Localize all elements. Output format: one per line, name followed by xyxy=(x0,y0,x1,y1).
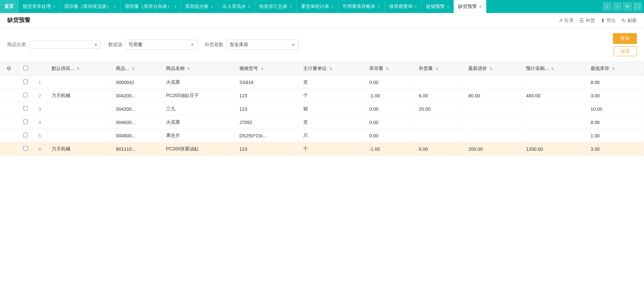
row-unit: 个 xyxy=(299,142,365,156)
export-button[interactable]: ⬆ 导出 xyxy=(601,17,616,24)
restock-sort-icon[interactable]: ⇅ xyxy=(435,67,438,71)
nav-tab-close-icon[interactable]: × xyxy=(53,4,55,9)
nav-tab-label: 要货单统计表 xyxy=(301,3,329,10)
nav-tab-close-icon[interactable]: × xyxy=(479,4,481,9)
nav-tab-tab8[interactable]: 可用量库存账本× xyxy=(338,0,384,13)
row-stock: -1.00 xyxy=(365,142,414,156)
nav-tab-close-icon[interactable]: × xyxy=(378,4,380,9)
row-name: 离合片 xyxy=(161,129,235,142)
row-checkbox-cell[interactable] xyxy=(18,89,32,102)
datasource-value: 可用量 xyxy=(129,41,143,48)
page-header: 缺货预警 ↗ 分享 ☰ 补货 ⬆ 导出 ↻ 刷新 xyxy=(0,13,644,28)
nav-tab-close-icon[interactable]: × xyxy=(211,4,213,9)
row-stock: 0.00 xyxy=(365,102,414,116)
refresh-button[interactable]: ↻ 刷新 xyxy=(622,17,637,24)
row-checkbox[interactable] xyxy=(23,106,28,111)
export-icon: ⬆ xyxy=(601,18,605,23)
row-num: 6 xyxy=(32,142,47,156)
nav-tab-tab1[interactable]: 拣货异常处理× xyxy=(18,0,60,13)
nav-tab-tab3[interactable]: 现存量（库存分布表）× xyxy=(121,0,181,13)
nav-tab-close-icon[interactable]: × xyxy=(248,4,250,9)
nav-prev-btn[interactable]: ‹ xyxy=(603,2,612,11)
nav-tab-close-icon[interactable]: × xyxy=(447,4,449,9)
restock-arrow-icon: ▼ xyxy=(291,43,295,47)
datasource-arrow-icon: ▼ xyxy=(190,43,194,47)
datasource-filter-group: 数据源 可用量 ▼ xyxy=(108,40,197,50)
nav-close-btn[interactable]: ✕ xyxy=(623,2,632,11)
restock-select[interactable]: 安全库存 ▼ xyxy=(226,40,299,50)
datasource-select[interactable]: 可用量 ▼ xyxy=(125,40,197,50)
nav-tab-label: 保质期查询 xyxy=(389,3,413,10)
row-latest-price xyxy=(464,102,522,116)
restock-button[interactable]: ☰ 补货 xyxy=(579,17,595,24)
latest-price-sort-icon[interactable]: ⇅ xyxy=(489,67,492,71)
category-select[interactable]: ▼ xyxy=(29,41,101,49)
restock-filter-group: 补货基数 安全库存 ▼ xyxy=(205,40,299,50)
row-checkbox[interactable] xyxy=(23,79,28,84)
nav-tab-label: 收发存汇总表 xyxy=(259,3,287,10)
code-sort-icon[interactable]: ⇅ xyxy=(132,67,135,71)
nav-tab-tab7[interactable]: 要货单统计表× xyxy=(297,0,338,13)
nav-tab-close-icon[interactable]: × xyxy=(415,4,417,9)
table-body: 1 0000042 火花塞 SS816 支 0.00 8.00 2 力天机械 0… xyxy=(0,76,644,156)
row-est-purchase xyxy=(522,102,586,116)
share-icon: ↗ xyxy=(558,18,563,23)
row-spec: DS250*23c... xyxy=(235,129,299,142)
row-restock xyxy=(414,129,464,142)
row-checkbox-cell[interactable] xyxy=(18,142,32,156)
restock-label: 补货基数 xyxy=(205,41,223,48)
est-purchase-sort-icon[interactable]: ⇅ xyxy=(551,67,554,71)
min-stock-sort-icon[interactable]: ⇅ xyxy=(612,67,615,71)
nav-tab-tab10[interactable]: 超储预警× xyxy=(422,0,454,13)
nav-tab-close-icon[interactable]: × xyxy=(331,4,334,9)
th-latest-price-label: 最新进价 xyxy=(468,66,487,71)
nav-home[interactable]: 首页 xyxy=(0,0,18,13)
nav-tab-label: 现存量（库存分布表） xyxy=(125,3,172,10)
nav-tab-close-icon[interactable]: × xyxy=(290,4,292,9)
row-min-stock: 8.00 xyxy=(586,116,644,129)
nav-tab-tab4[interactable]: 库存批次账× xyxy=(181,0,218,13)
row-checkbox-cell[interactable] xyxy=(18,76,32,89)
select-all-checkbox[interactable] xyxy=(23,66,28,70)
nav-tab-close-icon[interactable]: × xyxy=(113,4,116,9)
row-name: 火花塞 xyxy=(161,116,235,129)
nav-next-btn[interactable]: › xyxy=(613,2,622,11)
filter-area: 商品分类 ▼ 数据源 可用量 ▼ 补货基数 安全库存 ▼ 查询 设置 xyxy=(0,28,644,62)
share-button[interactable]: ↗ 分享 xyxy=(558,17,574,24)
supplier-sort-icon[interactable]: ⇅ xyxy=(77,67,79,71)
spec-sort-icon[interactable]: ⇅ xyxy=(261,67,264,71)
query-button[interactable]: 查询 xyxy=(613,33,637,44)
row-stock: 0.00 xyxy=(365,76,414,89)
th-restock: 补货量 ⇅ xyxy=(414,62,464,76)
table-row: 6 力天机械 801110... PC200张紧油缸 123 个 -1.00 6… xyxy=(0,142,644,156)
row-settings-cell xyxy=(0,89,18,102)
nav-tab-tab5[interactable]: 出入库流水× xyxy=(218,0,255,13)
nav-tab-tab6[interactable]: 收发存汇总表× xyxy=(255,0,296,13)
unit-sort-icon[interactable]: ⇅ xyxy=(329,67,332,71)
nav-expand-btn[interactable]: ⛶ xyxy=(633,2,642,11)
th-supplier-label: 默认供应... xyxy=(52,66,74,71)
nav-tab-close-icon[interactable]: × xyxy=(174,4,176,9)
row-checkbox[interactable] xyxy=(23,119,28,124)
row-latest-price xyxy=(464,116,522,129)
row-checkbox[interactable] xyxy=(23,146,28,151)
gear-icon[interactable]: ⚙ xyxy=(6,65,11,71)
datasource-label: 数据源 xyxy=(108,41,122,48)
row-min-stock: 1.00 xyxy=(586,129,644,142)
nav-tab-tab2[interactable]: 现存量（库存状况表）× xyxy=(60,0,120,13)
table-header: ⚙ 默认供应... ⇅ 商品... ⇅ 商品名称 xyxy=(0,62,644,76)
row-checkbox[interactable] xyxy=(23,93,28,97)
row-stock: -1.00 xyxy=(365,89,414,102)
settings-button[interactable]: 设置 xyxy=(614,46,637,56)
row-checkbox-cell[interactable] xyxy=(18,102,32,116)
row-checkbox-cell[interactable] xyxy=(18,116,32,129)
th-num xyxy=(32,62,47,76)
row-checkbox-cell[interactable] xyxy=(18,129,32,142)
data-table: ⚙ 默认供应... ⇅ 商品... ⇅ 商品名称 xyxy=(0,62,644,156)
row-checkbox[interactable] xyxy=(23,133,28,137)
stock-sort-icon[interactable]: ⇅ xyxy=(386,67,389,71)
nav-tab-tab9[interactable]: 保质期查询× xyxy=(385,0,422,13)
name-sort-icon[interactable]: ⇅ xyxy=(187,67,190,71)
nav-tab-tab11[interactable]: 缺货预警× xyxy=(454,0,486,13)
page-content: 缺货预警 ↗ 分享 ☰ 补货 ⬆ 导出 ↻ 刷新 商品分类 xyxy=(0,13,644,287)
